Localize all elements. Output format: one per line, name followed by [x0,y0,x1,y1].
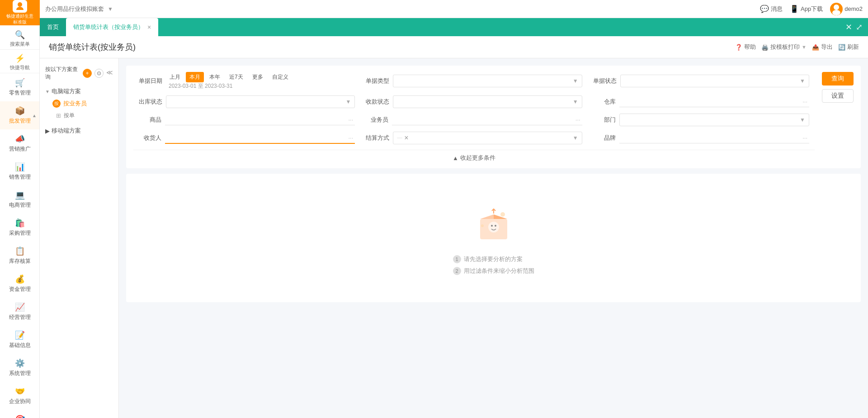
scheme-item-by-order[interactable]: ⊞ 按单 [40,110,118,121]
brand-input[interactable]: ··· [619,133,809,143]
topbar-left: 办公用品行业模拟账套 ▼ [45,5,113,13]
scheme-group-mobile[interactable]: ▶ 移动端方案 [40,125,118,137]
filter-cell-date: 单据日期 上月 本月 本年 近7天 更多 自定义 [133,72,360,90]
export-label: 导出 [821,43,833,51]
basic-info-icon: 📝 [15,330,25,340]
left-panel-title: 按以下方案查询 [45,66,83,81]
print-btn[interactable]: 🖨️ 按模板打印 ▼ [761,43,807,51]
receive-status-label: 收款状态 [366,98,389,106]
user-profile[interactable]: demo2 [830,3,863,15]
sidebar-item-basic-info[interactable]: 📝 基础信息 [0,326,39,354]
help-btn[interactable]: ❓ 帮助 [735,43,756,51]
sidebar-search-item[interactable]: 🔍 搜索菜单 [0,25,39,50]
quicknav-label: 快捷导航 [10,64,30,71]
breadcrumb-dropdown[interactable]: ▼ [108,6,113,12]
inventory-label: 库存核算 [9,257,31,265]
sidebar-item-operations[interactable]: 📈 经营管理 [0,298,39,326]
date-btn-more[interactable]: 更多 [249,72,267,82]
goods-input[interactable]: ··· [165,114,355,125]
date-label: 单据日期 [139,77,162,85]
tab-home[interactable]: 首页 [40,18,66,36]
message-label: 消息 [771,5,783,13]
sidebar-item-system[interactable]: ⚙️ 系统管理 [0,354,39,382]
add-scheme-btn[interactable]: + [83,69,92,78]
sidebar-item-finance[interactable]: 💰 资金管理 [0,270,39,298]
breadcrumb: 办公用品行业模拟账套 [45,5,104,13]
date-btn-this-month[interactable]: 本月 [186,72,204,82]
body-layout: 按以下方案查询 + ⊙ ≪ ▼ 电脑端方案 按 按业务员 [40,58,868,418]
hint-text-1: 请先选择要分析的方案 [464,255,523,263]
svg-point-8 [495,225,496,227]
right-panel: 单据日期 上月 本月 本年 近7天 更多 自定义 [119,58,868,418]
date-btn-custom[interactable]: 自定义 [269,72,292,82]
date-btn-this-year[interactable]: 本年 [206,72,224,82]
out-status-select[interactable]: ▼ [166,95,355,108]
sidebar-item-retail[interactable]: 🛒 零售管理 [0,73,39,101]
finance-icon: 💰 [15,274,25,284]
settlement-clear-icon[interactable]: × [404,134,408,142]
warehouse-input[interactable]: ··· [619,96,809,107]
refresh-btn[interactable]: 🔄 刷新 [838,43,859,51]
sidebar-menu: 🛒 零售管理 📦 批发管理 ▲ 📣 营销推广 📊 销售管理 💻 电商管理 🛍️ … [0,73,39,418]
tab-maximize-btn[interactable]: ⤢ [856,22,863,32]
sidebar-item-ecommerce[interactable]: 💻 电商管理 [0,185,39,214]
brand-label: 品牌 [593,134,616,142]
collapse-panel-btn[interactable]: ≪ [106,69,113,78]
print-icon: 🖨️ [761,44,769,51]
sidebar-item-enterprise[interactable]: 🤝 企业协同 [0,382,39,410]
date-btn-last-7-days[interactable]: 近7天 [226,72,247,82]
doc-type-label: 单据类型 [366,77,389,85]
goods-label: 商品 [139,116,161,124]
receiver-input[interactable]: ··· [165,133,355,144]
collapse-btn[interactable]: ▲ 收起更多条件 [133,150,815,162]
sidebar-item-marketing[interactable]: 📣 营销推广 [0,129,39,157]
scheme-group-pc-title[interactable]: ▼ 电脑端方案 [40,86,118,97]
sidebar-item-purchase[interactable]: 🛍️ 采购管理 [0,214,39,242]
query-button[interactable]: 查询 [822,72,854,86]
settings-button[interactable]: 设置 [822,89,854,103]
svg-point-5 [481,224,484,227]
left-panel-header-icons: + ⊙ ≪ [83,69,113,78]
pc-group-expand-icon: ▼ [45,89,50,94]
filter-row-1: 单据日期 上月 本月 本年 近7天 更多 自定义 [133,72,815,90]
doc-type-select[interactable]: ▼ [393,75,582,87]
sidebar-item-sales[interactable]: 📊 销售管理 [0,157,39,185]
scheme-item-salesperson[interactable]: 按 按业务员 [40,97,118,110]
app-download-btn[interactable]: 📱 App下载 [790,5,823,13]
date-btn-last-month[interactable]: 上月 [166,72,184,82]
sidebar-quicknav-item[interactable]: ⚡ 快捷导航 [0,50,39,73]
export-btn[interactable]: 📤 导出 [812,43,833,51]
out-status-chevron: ▼ [345,99,351,105]
search-label: 搜索菜单 [10,41,30,48]
filter-row-4: 收货人 ··· 结算方式 [133,132,815,144]
sidebar-item-newbie[interactable]: 🎯 新手引导 [0,410,39,418]
print-dropdown-icon: ▼ [802,44,807,50]
dept-select[interactable]: ▼ [619,114,809,126]
tab-sales-stat[interactable]: 销货单统计表（按业务员） × [66,18,158,36]
tab-close-icon[interactable]: × [147,24,151,31]
sidebar-item-wholesale[interactable]: 📦 批发管理 ▲ [0,101,39,129]
receive-status-select[interactable]: ▼ [393,95,582,108]
salesperson-dots: ··· [576,116,580,123]
edit-scheme-btn[interactable]: ⊙ [94,69,104,78]
newbie-icon: 🎯 [15,414,25,418]
filter-cell-settlement: 结算方式 × ▼ [360,132,587,144]
action-buttons: 查询 设置 [822,72,854,103]
tab-close-btn[interactable]: ✕ [845,22,852,32]
message-btn[interactable]: 💬 消息 [760,5,783,13]
settlement-tag: × [397,134,408,142]
help-label: 帮助 [744,43,756,51]
basic-info-label: 基础信息 [9,342,31,349]
warehouse-label: 仓库 [593,98,616,106]
sidebar-item-inventory[interactable]: 📋 库存核算 [0,242,39,270]
scheme-item-salesperson-label: 按业务员 [63,100,87,108]
refresh-label: 刷新 [847,43,859,51]
marketing-icon: 📣 [15,134,25,144]
settlement-select[interactable]: × ▼ [393,132,582,144]
doc-status-select[interactable]: ▼ [620,75,809,87]
enterprise-icon: 🤝 [15,386,25,396]
filter-cell-receiver: 收货人 ··· [133,132,360,144]
topbar: 办公用品行业模拟账套 ▼ 💬 消息 📱 App下载 demo2 [40,0,868,18]
salesperson-input[interactable]: ··· [392,114,582,125]
inventory-icon: 📋 [15,246,25,256]
